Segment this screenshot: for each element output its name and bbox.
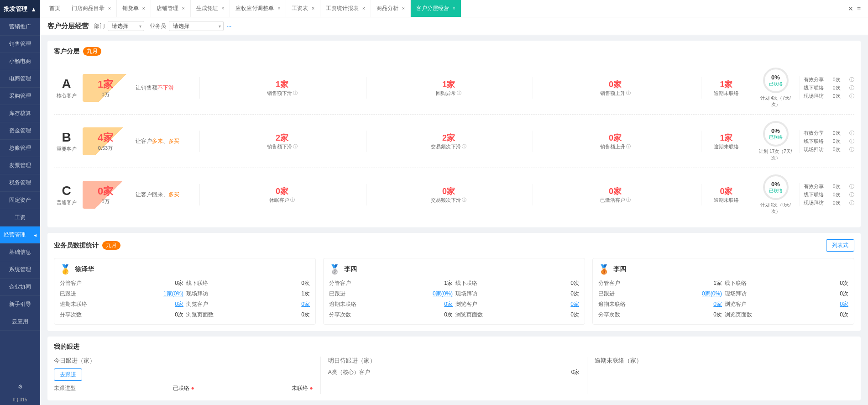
stat-现场拜访-2: 现场拜访 0次 xyxy=(725,290,848,298)
sidebar-item-税务管理[interactable]: 税务管理 xyxy=(0,174,40,192)
tab-工资统计报表[interactable]: 工资统计报表 × xyxy=(320,0,371,17)
metric-a-1: 1家 销售额下滑 ⓘ xyxy=(199,77,364,99)
sidebar-item-工资[interactable]: 工资 xyxy=(0,209,40,226)
filter-more-icon[interactable]: ··· xyxy=(226,22,232,30)
salesman-select[interactable]: 请选择 xyxy=(169,21,224,31)
sidebar-item-系统管理[interactable]: 系统管理 xyxy=(0,261,40,279)
staff-section-header: 业务员数据统计 九月 列表式 xyxy=(54,239,854,252)
stat-逾期未联络-2: 逾期未联络 0家 xyxy=(598,300,722,308)
tab-close-客户分层[interactable]: × xyxy=(453,6,455,11)
settings-button[interactable]: ⚙ xyxy=(0,379,40,394)
tier-contact-c: 0家 逾期未联络 xyxy=(701,184,751,205)
salesman-select-wrap: 请选择 xyxy=(169,21,224,31)
tab-close-生成凭证[interactable]: × xyxy=(222,6,225,11)
stat-浏览客户-2: 浏览客户 0家 xyxy=(725,300,848,308)
metric-b-2: 2家 交易频次下滑 ⓘ xyxy=(366,131,531,152)
circle-chart-a: 0% 已联络 xyxy=(763,68,789,93)
metric-c-3: 0家 已激活客户 ⓘ xyxy=(533,184,697,205)
sidebar-item-库存核算[interactable]: 库存核算 xyxy=(0,105,40,122)
sidebar-item-新手引导[interactable]: 新手引导 xyxy=(0,296,40,313)
tab-menu-icon[interactable]: ≡ xyxy=(857,5,861,12)
stat-逾期未联络-0: 逾期未联络 0家 xyxy=(60,300,183,308)
tab-close-销货单[interactable]: × xyxy=(142,6,145,11)
tab-bar: 首页 门店商品目录 × 销货单 × 店铺管理 × 生成凭证 × 应收应付调整单 … xyxy=(40,0,868,17)
tab-店铺管理[interactable]: 店铺管理 × xyxy=(151,0,191,17)
tab-生成凭证[interactable]: 生成凭证 × xyxy=(191,0,230,17)
stat-分管客户-0: 分管客户 0家 xyxy=(60,279,183,287)
tab-商品分析[interactable]: 商品分析 × xyxy=(371,0,411,17)
tab-应收应付调整单[interactable]: 应收应付调整单 × xyxy=(230,0,286,17)
sidebar-header: 批发管理 ▲ xyxy=(0,0,40,18)
followup-today-row-1: 未跟进型 已联络 ● 未联络 ● xyxy=(54,384,313,392)
tab-close-工资统计[interactable]: × xyxy=(362,6,365,11)
tab-工资表[interactable]: 工资表 × xyxy=(286,0,320,17)
stat-已跟进-1: 已跟进 0家(0%) xyxy=(329,290,453,298)
tab-客户分层经营[interactable]: 客户分层经营 × xyxy=(411,0,461,17)
tab-close-门店商品目录[interactable]: × xyxy=(108,6,111,11)
tier-row-c: C 普通客户 0家 0万 让客户回来、多买 0家 休眠客户 ⓘ xyxy=(54,168,854,221)
sidebar-item-label: 小畅电商 xyxy=(9,58,31,64)
sidebar-item-label: 税务管理 xyxy=(9,179,31,186)
followup-title: 我的跟进 xyxy=(54,343,854,351)
sidebar-item-销售管理[interactable]: 销售管理 xyxy=(0,36,40,53)
metric-c-1: 0家 休眠客户 ⓘ xyxy=(199,184,364,205)
staff-section-title: 业务员数据统计 xyxy=(54,242,99,250)
dept-filter: 部门 请选择 xyxy=(94,21,144,31)
tier-right-stats-c: 有效分享 0次 ⓘ 线下联络 0次 ⓘ 现场拜访 0次 ⓘ xyxy=(800,183,854,206)
sidebar-item-基础信息[interactable]: 基础信息 xyxy=(0,244,40,261)
followup-grid: 今日跟进（家） 去跟进 未跟进型 已联络 ● 未联络 ● 明日待跟进（家） A类… xyxy=(54,357,854,394)
tab-close-工资表[interactable]: × xyxy=(312,6,314,11)
stat-分管客户-2: 分管客户 1家 xyxy=(598,279,722,287)
tier-suggestion-a: 让销售额不下滑 xyxy=(132,84,196,92)
stat-逾期未联络-1: 逾期未联络 0家 xyxy=(329,300,453,308)
tab-首页[interactable]: 首页 xyxy=(44,0,66,17)
tier-label-c: C 普通客户 xyxy=(54,184,79,206)
tab-销货单[interactable]: 销货单 × xyxy=(117,0,151,17)
sidebar-item-企业协同[interactable]: 企业协同 xyxy=(0,279,40,296)
sidebar-item-营销推广[interactable]: 营销推广 xyxy=(0,18,40,36)
tab-门店商品目录[interactable]: 门店商品目录 × xyxy=(66,0,117,17)
list-view-button[interactable]: 列表式 xyxy=(826,239,854,252)
sidebar-item-采购管理[interactable]: 采购管理 xyxy=(0,88,40,105)
sidebar-item-固定资产[interactable]: 固定资产 xyxy=(0,192,40,209)
tier-circle-b: 0% 已联络 计划 17次（7天/次） xyxy=(755,119,796,163)
tier-metrics-a: 1家 销售额下滑 ⓘ 1家 回购异常 ⓘ 0家 销售额上升 ⓘ xyxy=(199,77,697,99)
sidebar-expand-icon: ◂ xyxy=(34,232,37,238)
tab-close-all-icon[interactable]: ✕ xyxy=(848,5,853,12)
tier-suggestion-c: 让客户回来、多买 xyxy=(132,191,196,199)
salesman-filter: 业务员 请选择 ··· xyxy=(150,21,232,31)
go-followup-button[interactable]: 去跟进 xyxy=(54,368,82,381)
tab-close-应收应付[interactable]: × xyxy=(277,6,280,11)
dept-label: 部门 xyxy=(94,22,105,30)
sidebar-item-label: 系统管理 xyxy=(9,266,31,273)
staff-avatar-0: 🥇 xyxy=(60,264,71,275)
staff-name-2: 李四 xyxy=(613,265,626,274)
staff-stats-section: 业务员数据统计 九月 列表式 🥇 徐泽华 分管客户 0家 xyxy=(47,233,861,331)
stat-线下联络-2: 线下联络 0次 xyxy=(725,279,848,287)
tier-circle-a: 0% 已联络 计划 4次（7天/次） xyxy=(755,66,796,110)
dept-select[interactable]: 请选择 xyxy=(108,21,144,31)
sidebar-item-发票管理[interactable]: 发票管理 xyxy=(0,157,40,174)
tier-row-a: A 核心客户 1家 0万 让销售额不下滑 1家 销售额下滑 ⓘ xyxy=(54,61,854,115)
tier-stat-a: 1家 0万 xyxy=(83,74,128,102)
version-text: It } 315 xyxy=(0,394,40,405)
sidebar-item-label: 采购管理 xyxy=(9,93,31,99)
tab-close-商品分析[interactable]: × xyxy=(402,6,405,11)
tier-right-stats-a: 有效分享 0次 ⓘ 线下联络 0次 ⓘ 现场拜访 0次 ⓘ xyxy=(800,76,854,100)
sidebar-collapse-icon[interactable]: ▲ xyxy=(31,6,37,13)
sidebar-item-资金管理[interactable]: 资金管理 xyxy=(0,122,40,140)
customer-tier-section: 客户分层 九月 A 核心客户 1家 0万 让销售额不下滑 xyxy=(47,41,861,227)
sidebar-item-云应用[interactable]: 云应用 xyxy=(0,313,40,331)
followup-section: 我的跟进 今日跟进（家） 去跟进 未跟进型 已联络 ● 未联络 ● 明日待跟进（… xyxy=(47,337,861,400)
staff-name-0: 徐泽华 xyxy=(75,265,94,274)
stat-浏览客户-1: 浏览客户 0家 xyxy=(455,300,579,308)
customer-tier-title: 客户分层 九月 xyxy=(54,47,854,56)
tab-close-店铺管理[interactable]: × xyxy=(182,6,185,11)
sidebar-item-总账管理[interactable]: 总账管理 xyxy=(0,140,40,157)
sidebar-item-经营管理[interactable]: 经营管理 ◂ xyxy=(0,226,40,244)
sidebar-item-电商管理[interactable]: 电商管理 xyxy=(0,70,40,88)
stat-浏览客户-0: 浏览客户 0家 xyxy=(186,300,310,308)
staff-avatar-1: 🥈 xyxy=(329,264,340,275)
sidebar-item-小畅电商[interactable]: 小畅电商 xyxy=(0,53,40,70)
sidebar-item-label: 企业协同 xyxy=(9,284,31,290)
